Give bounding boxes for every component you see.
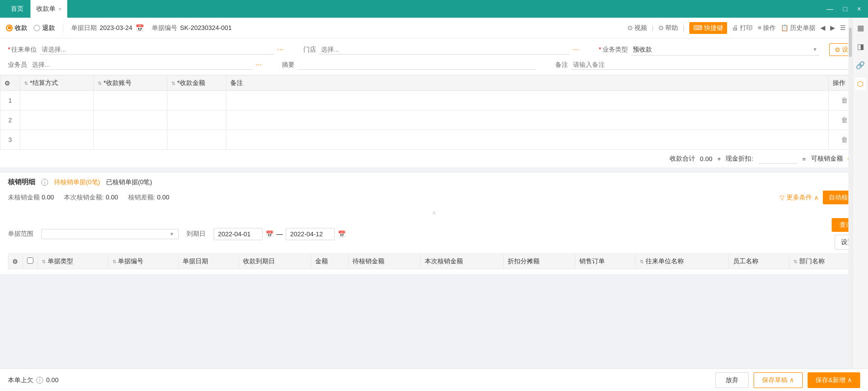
radio-tuikuan[interactable]: 退款 — [33, 24, 55, 32]
scrollbar-thumb[interactable] — [849, 28, 852, 57]
th-settlement-label: *结算方式 — [30, 79, 58, 86]
toolbar-right-actions: ⊙ 视频 | ⊙ 帮助 | ⌨ 快捷键 🖨 打印 ≡ 操作 📋 历史单据 ◀ ▶ — [627, 22, 862, 34]
view-list-btn[interactable]: ☰ — [840, 24, 846, 31]
receipt-table: ⚙ ⇅ *结算方式 ⇅ *收款账号 ⇅ *收款金额 备注 操 — [0, 75, 868, 150]
th-action-label: 操作 — [833, 79, 845, 86]
radio-label-tuikuan: 退款 — [42, 24, 55, 32]
bottom-info-icon[interactable]: i — [36, 377, 43, 384]
th-current-lower: 本次核销金额 — [420, 254, 503, 269]
close-btn[interactable]: × — [854, 4, 864, 14]
row-remark-2[interactable] — [226, 111, 829, 130]
lower-table: ⚙ ⇅ 单据类型 ⇅ 单据编号 单据日期 收款到期日 — [8, 253, 860, 269]
select-all-checkbox[interactable] — [27, 257, 33, 264]
operations-btn[interactable]: ≡ 操作 — [758, 24, 776, 32]
verify-section: 核销明细 i 待核销单据(0笔) 已核销单据(0笔) 未核销金额 0.00 本次… — [0, 172, 868, 274]
discard-btn[interactable]: 放弃 — [715, 372, 749, 388]
print-btn[interactable]: 🖨 打印 — [732, 24, 753, 32]
row-num-3: 3 — [0, 130, 20, 150]
form-row-2: 业务员 ··· 摘要 备注 — [8, 60, 860, 70]
doc-date-calendar-icon[interactable]: 📅 — [136, 24, 144, 32]
verify-info-icon[interactable]: i — [41, 179, 48, 186]
th-gear-lower[interactable]: ⚙ — [8, 254, 23, 269]
th-doc-type-label: 单据类型 — [48, 257, 73, 265]
row-delete-icon-3[interactable]: 🗑 — [841, 136, 848, 144]
row-amount-3[interactable] — [167, 130, 226, 150]
nav-right-btn[interactable]: ▶ — [830, 24, 835, 31]
help-label: 帮助 — [665, 24, 678, 32]
th-check[interactable] — [23, 254, 38, 269]
counterpart-more-icon[interactable]: ··· — [277, 46, 283, 54]
due-date-start[interactable] — [214, 228, 263, 240]
th-amount-lower: 金额 — [311, 254, 349, 269]
save-new-chevron: ∧ — [847, 376, 852, 384]
diff-value: 0.00 — [157, 194, 169, 201]
row-delete-icon-1[interactable]: 🗑 — [841, 96, 848, 105]
help-btn[interactable]: ⊙ 帮助 — [658, 24, 678, 32]
tab-active[interactable]: 收款单 × — [30, 0, 67, 18]
right-panel-icon-4[interactable]: ⬡ — [855, 78, 866, 90]
discount-label: 现金折扣: — [726, 154, 753, 163]
th-gear[interactable]: ⚙ — [0, 76, 20, 91]
toolbar-divider-1 — [63, 23, 63, 33]
row-settlement-3[interactable] — [20, 130, 94, 150]
discount-input[interactable] — [758, 154, 797, 164]
date-range-dash: — — [276, 230, 283, 238]
more-conditions-btn[interactable]: ▽ 更多条件 ∧ — [780, 193, 819, 202]
sales-rep-input[interactable] — [30, 60, 252, 70]
due-date-end[interactable] — [286, 228, 335, 240]
row-settlement-2[interactable] — [20, 111, 94, 130]
history-btn[interactable]: 📋 历史单据 — [781, 24, 815, 32]
th-sales-order: 销售订单 — [575, 254, 636, 269]
equals-sign: = — [802, 155, 806, 163]
radio-shoukuan[interactable]: 收款 — [6, 24, 27, 32]
save-draft-btn[interactable]: 保存草稿 ∧ — [754, 372, 803, 388]
right-panel-icon-2[interactable]: ◨ — [855, 40, 866, 53]
nav-left-icon: ◀ — [820, 24, 825, 31]
row-settlement-1[interactable] — [20, 91, 94, 111]
store-field: 门店 ··· — [303, 45, 579, 55]
row-delete-icon-2[interactable]: 🗑 — [841, 116, 848, 124]
maximize-btn[interactable]: □ — [840, 4, 850, 14]
verify-pending-tab[interactable]: 待核销单据(0笔) — [54, 178, 100, 187]
store-more-icon[interactable]: ··· — [572, 46, 579, 54]
toolbar: 收款 退款 单据日期 2023-03-24 📅 单据编号 SK-20230324… — [0, 18, 868, 38]
store-label: 门店 — [303, 45, 316, 54]
business-type-arrow: ▼ — [813, 47, 817, 52]
th-doc-date: 单据日期 — [179, 254, 239, 269]
due-date-start-calendar-icon[interactable]: 📅 — [266, 230, 273, 238]
business-type-select[interactable]: 预收款 ▼ — [631, 44, 819, 56]
tab-close-icon[interactable]: × — [58, 6, 61, 12]
table-row: 2 🗑 ⧉ — [0, 111, 868, 130]
table-row: 1 🗑 ⧉ — [0, 91, 868, 111]
row-amount-1[interactable] — [167, 91, 226, 111]
nav-left-btn[interactable]: ◀ — [820, 24, 825, 31]
tab-home[interactable]: 首页 — [4, 0, 30, 18]
row-num-2: 2 — [0, 111, 20, 130]
save-draft-label: 保存草稿 — [762, 376, 787, 385]
verify-done-tab[interactable]: 已核销单据(0笔) — [106, 178, 152, 187]
row-account-1[interactable] — [94, 91, 167, 111]
video-btn[interactable]: ⊙ 视频 — [627, 24, 647, 32]
remarks-input[interactable] — [571, 60, 860, 70]
row-account-2[interactable] — [94, 111, 167, 130]
row-remark-3[interactable] — [226, 130, 829, 150]
save-new-btn[interactable]: 保存&新增 ∧ — [808, 372, 860, 388]
gear-icon: ⚙ — [4, 80, 10, 87]
row-account-3[interactable] — [94, 130, 167, 150]
scrollbar[interactable] — [848, 18, 852, 368]
store-input[interactable] — [319, 45, 570, 55]
due-date-end-calendar-icon[interactable]: 📅 — [338, 230, 346, 238]
sales-rep-more-icon[interactable]: ··· — [255, 61, 262, 69]
counterpart-input[interactable] — [40, 45, 274, 55]
form-row-1: *往来单位 ··· 门店 ··· *业务类型 预收款 ▼ ⚙ 设置 — [8, 43, 860, 56]
summary-input[interactable] — [298, 60, 536, 70]
right-panel-icon-3[interactable]: 🔗 — [854, 59, 867, 72]
th-doc-num-label: 单据编号 — [118, 257, 143, 265]
range-select[interactable]: ▼ — [41, 229, 179, 239]
shortcut-btn[interactable]: ⌨ 快捷键 — [689, 22, 727, 34]
right-panel-icon-1[interactable]: ▦ — [855, 22, 866, 34]
minimize-btn[interactable]: — — [823, 4, 836, 14]
row-amount-2[interactable] — [167, 111, 226, 130]
row-remark-1[interactable] — [226, 91, 829, 111]
save-draft-chevron: ∧ — [789, 376, 794, 384]
